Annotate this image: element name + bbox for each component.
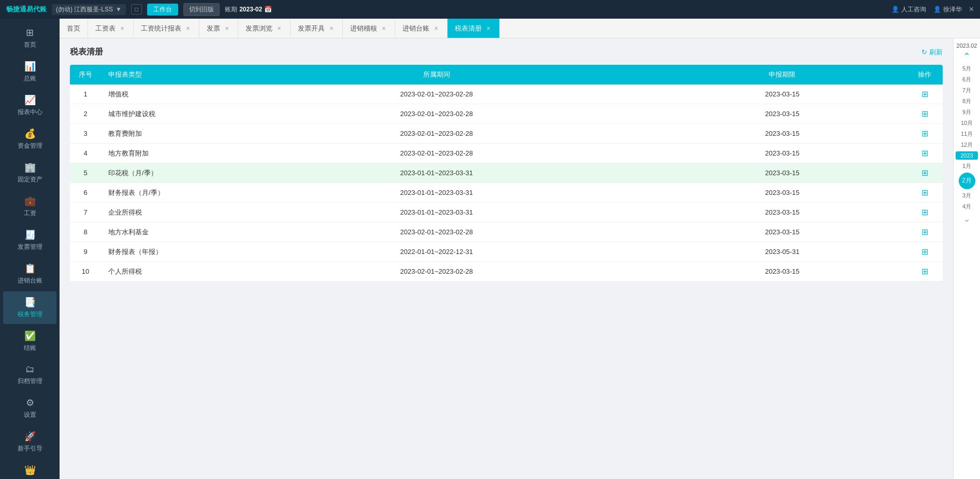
tab-salary-report[interactable]: 工资统计报表× — [134, 19, 199, 38]
tab-invoice-query[interactable]: 发票浏览× — [238, 19, 291, 38]
month-item[interactable]: 8月 — [954, 96, 980, 107]
tab-purchase-ledger[interactable]: 进销台账× — [395, 19, 448, 38]
tab-close-icon[interactable]: × — [119, 25, 126, 32]
cell-action: ⊞ — [906, 144, 943, 163]
col-action: 操作 — [906, 65, 943, 84]
action-icon[interactable]: ⊞ — [921, 267, 928, 276]
page-header: 税表清册 ↻ 刷新 — [70, 47, 943, 58]
sidebar-item-label: 发票管理 — [18, 243, 42, 251]
cell-seq: 2 — [70, 104, 101, 124]
action-icon[interactable]: ⊞ — [921, 188, 928, 197]
month-item[interactable]: 12月 — [954, 139, 980, 150]
month-item[interactable]: 11月 — [954, 129, 980, 139]
avatar-icon: 👤 — [933, 6, 941, 13]
sidebar-item-vip[interactable]: 👑 畅会员 — [3, 459, 56, 479]
tab-label: 首页 — [67, 24, 80, 33]
tab-close-icon[interactable]: × — [223, 25, 230, 32]
table-row: 4 地方教育附加 2023-02-01~2023-02-28 2023-03-1… — [70, 144, 943, 163]
workbench-button[interactable]: 工作台 — [147, 4, 178, 16]
cell-period: 2023-02-01~2023-02-28 — [215, 222, 658, 242]
tab-close-icon[interactable]: × — [433, 25, 440, 32]
ledger-icon: 📊 — [24, 61, 36, 72]
tab-invoice[interactable]: 发票× — [199, 19, 238, 38]
col-period: 所属期间 — [215, 65, 658, 84]
month-item[interactable]: 3月 — [954, 190, 980, 201]
sidebar-item-assets[interactable]: 🏢 固定资产 — [3, 157, 56, 189]
top-bar: 畅捷通易代账 (勿动) 江西服圣-LSS ▼ □ 工作台 切到旧版 账期 202… — [0, 0, 980, 19]
sidebar-item-label: 新手引导 — [18, 444, 42, 453]
sidebar-item-home[interactable]: ⊞ 首页 — [3, 22, 56, 54]
top-bar-right: 👤 人工咨询 👤 徐泽华 × — [891, 5, 974, 14]
action-icon[interactable]: ⊞ — [921, 149, 928, 158]
month-item[interactable]: 9月 — [954, 107, 980, 118]
scroll-down-button[interactable]: ⌄ — [963, 213, 971, 224]
tab-salary[interactable]: 工资表× — [88, 19, 134, 38]
sidebar-item-salary[interactable]: 💼 工资 — [3, 190, 56, 223]
tab-label: 进销稽核 — [350, 24, 377, 33]
cell-action: ⊞ — [906, 124, 943, 144]
cell-type: 增值税 — [101, 84, 215, 104]
action-icon[interactable]: ⊞ — [921, 247, 928, 256]
month-item[interactable]: 7月 — [954, 85, 980, 96]
sidebar-item-ledger[interactable]: 📊 总账 — [3, 55, 56, 88]
cell-seq: 3 — [70, 124, 101, 144]
copy-button[interactable]: □ — [131, 4, 142, 15]
tab-home[interactable]: 首页 — [60, 19, 88, 38]
tab-label: 进销台账 — [402, 24, 429, 33]
sidebar-item-invoice[interactable]: 🧾 发票管理 — [3, 224, 56, 257]
old-version-button[interactable]: 切到旧版 — [183, 3, 220, 16]
tab-close-icon[interactable]: × — [485, 25, 492, 32]
tab-purchase-check[interactable]: 进销稽核× — [343, 19, 395, 38]
action-icon[interactable]: ⊞ — [921, 90, 928, 98]
sidebar-item-guide[interactable]: 🚀 新手引导 — [3, 426, 56, 458]
tab-tax-register[interactable]: 税表清册× — [448, 19, 500, 38]
tab-close-icon[interactable]: × — [328, 25, 335, 32]
sidebar-item-label: 税务管理 — [18, 310, 42, 319]
sidebar-item-tax[interactable]: 📑 税务管理 — [3, 291, 56, 324]
tab-close-icon[interactable]: × — [276, 25, 283, 32]
user-service[interactable]: 👤 人工咨询 — [891, 5, 926, 14]
month-item-1[interactable]: 1月 — [954, 161, 980, 172]
company-selector[interactable]: (勿动) 江西服圣-LSS ▼ — [52, 4, 126, 15]
user-menu[interactable]: 👤 徐泽华 — [933, 5, 962, 14]
cell-seq: 4 — [70, 144, 101, 163]
cell-period: 2023-02-01~2023-02-28 — [215, 262, 658, 281]
refresh-button[interactable]: ↻ 刷新 — [921, 48, 943, 57]
month-item[interactable]: 6月 — [954, 74, 980, 85]
month-item[interactable]: 10月 — [954, 118, 980, 129]
tab-invoice-open[interactable]: 发票开具× — [291, 19, 343, 38]
cell-type: 城市维护建设税 — [101, 104, 215, 124]
action-icon[interactable]: ⊞ — [921, 228, 928, 236]
action-icon[interactable]: ⊞ — [921, 168, 928, 177]
cell-seq: 5 — [70, 163, 101, 183]
cell-period: 2023-01-01~2023-03-31 — [215, 163, 658, 183]
close-button[interactable]: × — [969, 5, 974, 14]
month-item[interactable]: 4月 — [954, 201, 980, 212]
active-month[interactable]: 2月 — [959, 173, 975, 189]
page-title: 税表清册 — [70, 47, 103, 58]
sidebar-item-purchasesales[interactable]: 📋 进销台账 — [3, 258, 56, 290]
sidebar-item-archive[interactable]: 🗂 归档管理 — [3, 359, 56, 391]
sidebar-item-settlement[interactable]: ✅ 结账 — [3, 325, 56, 358]
current-year-badge[interactable]: 2023 — [956, 151, 978, 160]
cell-type: 印花税（月/季） — [101, 163, 215, 183]
active-month-wrap: 2月 — [954, 172, 980, 190]
cell-period: 2023-02-01~2023-02-28 — [215, 84, 658, 104]
cell-deadline: 2023-05-31 — [658, 242, 906, 262]
sidebar-item-label: 工资 — [24, 209, 36, 218]
cell-seq: 7 — [70, 203, 101, 222]
action-icon[interactable]: ⊞ — [921, 109, 928, 118]
tab-close-icon[interactable]: × — [184, 25, 192, 32]
calendar-icon[interactable]: 📅 — [264, 6, 272, 13]
action-icon[interactable]: ⊞ — [921, 208, 928, 217]
scroll-up-button[interactable]: ⌃ — [963, 51, 971, 62]
sidebar-item-report[interactable]: 📈 报表中心 — [3, 89, 56, 122]
month-item[interactable]: 5月 — [954, 63, 980, 74]
sidebar-item-funds[interactable]: 💰 资金管理 — [3, 123, 56, 156]
tab-close-icon[interactable]: × — [380, 25, 387, 32]
sidebar-item-label: 归档管理 — [18, 377, 42, 386]
year-label: 2023.02 — [957, 43, 977, 49]
cell-type: 地方水利基金 — [101, 222, 215, 242]
action-icon[interactable]: ⊞ — [921, 129, 928, 138]
sidebar-item-settings[interactable]: ⚙ 设置 — [3, 392, 56, 425]
